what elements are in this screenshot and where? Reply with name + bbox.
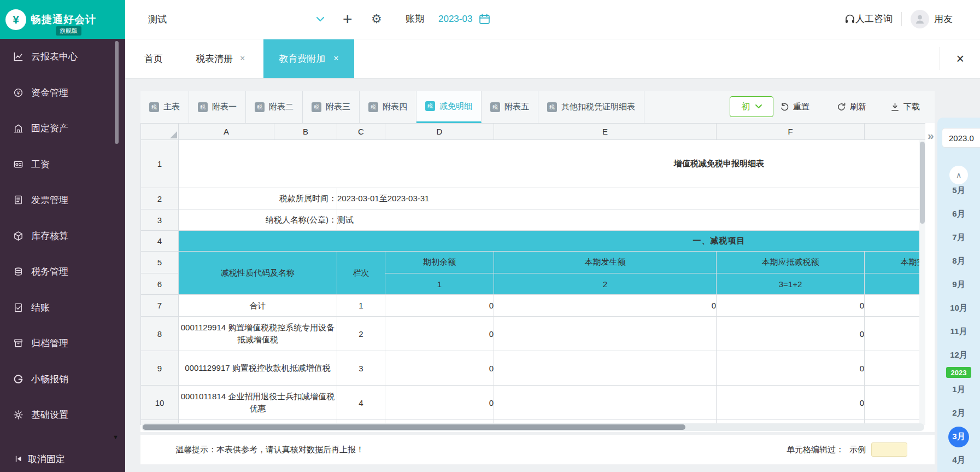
- header-deductible[interactable]: 本期应抵减税额: [717, 252, 865, 273]
- month-item-active[interactable]: 3月: [948, 427, 969, 447]
- cell-name[interactable]: 合计: [179, 295, 337, 317]
- tab-tax-register[interactable]: 税表清册 ×: [189, 53, 251, 65]
- row-number[interactable]: 8: [141, 317, 179, 351]
- cell-value[interactable]: 0: [494, 295, 717, 317]
- section-header[interactable]: 一、减税项目: [179, 231, 926, 252]
- sheet-tab-other-deduction-voucher[interactable]: 税 其他扣税凭证明细表: [538, 91, 644, 123]
- close-all-icon[interactable]: ×: [940, 51, 980, 67]
- month-item[interactable]: 10月: [937, 296, 980, 320]
- month-item[interactable]: 11月: [937, 320, 980, 343]
- sidebar-item-fixed-assets[interactable]: 固定资产: [0, 110, 125, 147]
- user-name[interactable]: 用友: [934, 13, 953, 25]
- col-header-a[interactable]: A: [179, 124, 274, 140]
- cell-lineno[interactable]: 3: [337, 351, 385, 386]
- cell-value[interactable]: 0: [385, 351, 494, 386]
- col-header-e[interactable]: E: [494, 124, 717, 140]
- calendar-icon[interactable]: [479, 0, 490, 38]
- cell-name[interactable]: 0001129917 购置税控收款机抵减增值税: [179, 351, 337, 386]
- sheet-tab-appendix-2[interactable]: 税 附表二: [246, 91, 303, 123]
- cell-value[interactable]: [494, 351, 717, 386]
- month-item[interactable]: 2月: [937, 401, 980, 425]
- sheet-title[interactable]: 增值税减免税申报明细表: [179, 140, 926, 188]
- sheet-tab-reduction-detail[interactable]: 税 减免明细: [416, 91, 482, 123]
- month-item[interactable]: 5月: [937, 179, 980, 202]
- header-actual-deducted[interactable]: 本期实际抵减税额: [865, 252, 926, 273]
- gear-icon[interactable]: ⚙: [371, 0, 382, 38]
- meta-label-period[interactable]: 税款所属时间：: [179, 188, 337, 209]
- row-number[interactable]: 6: [141, 273, 179, 295]
- company-select[interactable]: 测试: [148, 0, 324, 39]
- col-header-c[interactable]: C: [337, 124, 385, 140]
- sheet-tab-appendix-4[interactable]: 税 附表四: [360, 91, 416, 123]
- sidebar-item-settings[interactable]: 基础设置: [0, 397, 125, 433]
- sidebar-item-cloud-reports[interactable]: 云报表中心: [0, 39, 125, 75]
- row-number[interactable]: 3: [141, 209, 179, 231]
- sheet-tab-appendix-3[interactable]: 税 附表三: [303, 91, 360, 123]
- reset-button[interactable]: 重置: [780, 91, 809, 123]
- header-opening-balance[interactable]: 期初余额: [385, 252, 494, 273]
- header-lineno[interactable]: 栏次: [337, 252, 385, 295]
- col-header-b[interactable]: B: [274, 124, 337, 140]
- cell-value[interactable]: [494, 317, 717, 351]
- cell-name[interactable]: 0001129914 购置增值税税控系统专用设备抵减增值税: [179, 317, 337, 351]
- row-number[interactable]: 4: [141, 231, 179, 252]
- month-item[interactable]: 6月: [937, 202, 980, 226]
- cell-value[interactable]: 0: [385, 317, 494, 351]
- cell-empty[interactable]: [865, 295, 926, 317]
- sheet-tab-main[interactable]: 税 主表: [140, 91, 189, 123]
- vertical-scrollbar-thumb[interactable]: [920, 142, 925, 224]
- month-item[interactable]: 12月: [937, 343, 980, 367]
- cell-name[interactable]: 0001011814 企业招用退役士兵扣减增值税优惠: [179, 386, 337, 420]
- sidebar-item-invoices[interactable]: 发票管理: [0, 182, 125, 218]
- sheet-tab-appendix-1[interactable]: 税 附表一: [189, 91, 246, 123]
- horizontal-scrollbar[interactable]: [142, 423, 924, 431]
- sidebar-item-archive[interactable]: 归档管理: [0, 325, 125, 362]
- cell-empty[interactable]: [865, 386, 926, 420]
- row-number[interactable]: 1: [141, 140, 179, 188]
- col-header-g[interactable]: [865, 124, 926, 140]
- month-item[interactable]: 7月: [937, 226, 980, 249]
- header-col-2[interactable]: 2: [494, 273, 717, 295]
- close-icon[interactable]: ×: [240, 54, 245, 63]
- cell-value[interactable]: 0: [385, 295, 494, 317]
- row-number[interactable]: 5: [141, 252, 179, 273]
- month-item[interactable]: 8月: [937, 249, 980, 273]
- year-selector[interactable]: 2023.0: [942, 128, 980, 148]
- cell-value[interactable]: 0: [385, 386, 494, 420]
- col-header-d[interactable]: D: [385, 124, 494, 140]
- close-icon[interactable]: ×: [333, 54, 338, 63]
- cell-lineno[interactable]: 4: [337, 386, 385, 420]
- header-current-occurred[interactable]: 本期发生额: [494, 252, 717, 273]
- avatar[interactable]: [911, 10, 929, 28]
- col-header-f[interactable]: F: [717, 124, 865, 140]
- cell-empty[interactable]: [865, 351, 926, 386]
- sidebar-item-salary[interactable]: 工资: [0, 147, 125, 183]
- sidebar-scrollbar-thumb[interactable]: [115, 41, 119, 144]
- sidebar-item-closing[interactable]: 结账: [0, 290, 125, 326]
- sidebar-item-expense[interactable]: 小畅报销: [0, 362, 125, 398]
- row-number[interactable]: 9: [141, 351, 179, 386]
- refresh-button[interactable]: 刷新: [837, 91, 866, 123]
- header-col-4[interactable]: 4: [865, 273, 926, 295]
- horizontal-scrollbar-thumb[interactable]: [143, 424, 685, 430]
- row-number[interactable]: 2: [141, 188, 179, 209]
- sidebar-scroll-down-icon[interactable]: ▼: [113, 434, 119, 440]
- tab-education-surcharge[interactable]: 教育费附加 ×: [263, 39, 354, 78]
- cell-value[interactable]: [494, 386, 717, 420]
- month-item[interactable]: 1月: [937, 378, 980, 401]
- header-col-1[interactable]: 1: [385, 273, 494, 295]
- cell-value[interactable]: 0: [717, 386, 865, 420]
- month-item[interactable]: 4月: [937, 448, 980, 472]
- download-button[interactable]: 下载: [890, 91, 920, 123]
- row-number[interactable]: 10: [141, 386, 179, 420]
- panel-expand-icon[interactable]: »: [928, 129, 934, 142]
- unpin-button[interactable]: 取消固定: [0, 446, 125, 472]
- tab-home[interactable]: 首页: [138, 53, 169, 65]
- sidebar-item-inventory[interactable]: 库存核算: [0, 218, 125, 254]
- period-dropdown[interactable]: 初: [730, 96, 773, 117]
- cell-empty[interactable]: [865, 317, 926, 351]
- sheet-tab-appendix-5[interactable]: 税 附表五: [482, 91, 538, 123]
- cell-value[interactable]: 0: [717, 295, 865, 317]
- sidebar-item-funds[interactable]: ¥ 资金管理: [0, 75, 125, 111]
- header-name[interactable]: 减税性质代码及名称: [179, 252, 337, 295]
